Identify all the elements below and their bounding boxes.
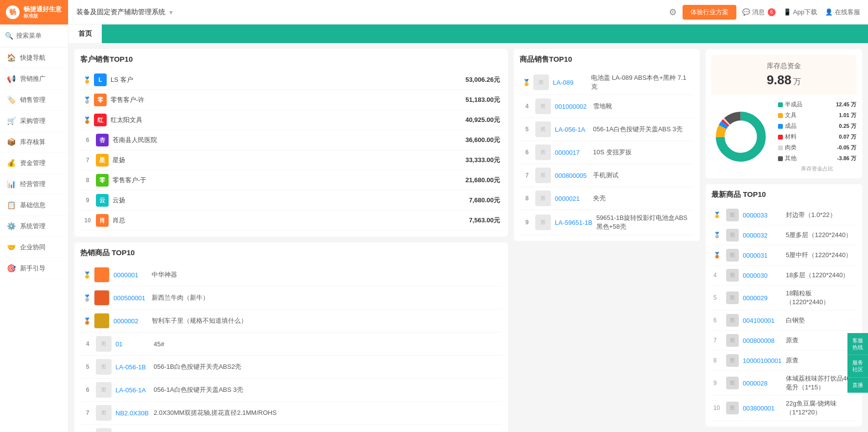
customer-ranking-title: 客户销售TOP10: [80, 55, 502, 64]
float-buttons: 客服 热线 服务 社区 直播: [847, 333, 868, 393]
sidebar-item-shortcuts[interactable]: 🏠 快捷导航: [0, 48, 68, 69]
medal-icon: 🥉: [82, 117, 92, 124]
product-thumbnail: 图: [726, 209, 739, 221]
sidebar-search-section: 🔍 搜索菜单: [0, 24, 68, 48]
topbar: 装备及固定资产辅助管理系统 ▾ ⚙ 体验行业方案 💬 消息 6 📱 App下载 …: [69, 0, 868, 24]
product-sales-list: 🥇 图 LA-089 电池盖 LA-089 ABS本色+黑种 7.1克 4 图 …: [520, 70, 694, 235]
product-thumbnail: 图: [96, 428, 112, 432]
list-item: 5 图 0000029 18颗粒板（1220*2440）: [711, 286, 856, 311]
sidebar-item-cooperation[interactable]: 🤝 企业协同: [0, 237, 68, 258]
product-sales-title: 商品销售TOP10: [520, 55, 694, 64]
avatar: 杏: [96, 134, 109, 146]
inventory-value-display: 9.88 万: [718, 72, 849, 88]
legend-item: 肉类 -0.05 万: [778, 144, 856, 152]
cooperation-icon: 🤝: [7, 243, 16, 252]
trial-button[interactable]: 体验行业方案: [683, 5, 736, 20]
right-panel: 库存总资金 9.88 万: [706, 49, 862, 432]
medal-icon: 🥇: [82, 271, 92, 279]
product-thumbnail: 图: [96, 336, 112, 352]
app-logo: 畅 畅捷通好生意 标准版: [0, 0, 68, 24]
legend-color: [778, 113, 783, 118]
sidebar-item-purchase[interactable]: 🛒 采购管理: [0, 111, 68, 132]
latest-products-card: 最新商品 TOP10 🥇 图 0000033 封边带（1.0*22） 🥈 图 0…: [706, 184, 862, 427]
list-item: 8 图 0000011 12070519-xs: [80, 425, 502, 432]
legend-item: 成品 0.25 万: [778, 122, 856, 130]
community-button[interactable]: 服务 社区: [847, 355, 868, 378]
inventory-total-section: 库存总资金 9.88 万: [711, 55, 856, 95]
customer-ranking-card: 客户销售TOP10 🥇 L LS 客户 53,006.26元 🥈 零 零售客户-…: [74, 49, 508, 237]
list-item: 🥇 图 LA-089 电池盖 LA-089 ABS本色+黑种 7.1克: [520, 70, 694, 95]
list-item: 7 星 星扬 33,333.00元: [80, 150, 502, 170]
live-button[interactable]: 直播: [847, 378, 868, 393]
medal-icon: 🥈: [82, 96, 92, 104]
sidebar-item-system[interactable]: ⚙️ 系统管理: [0, 216, 68, 237]
list-item: 9 图 LA-59651-1B 59651-1B旋转投影灯电池盒ABS黑色+58…: [520, 210, 694, 235]
logo-icon: 畅: [6, 5, 20, 19]
legend-color: [778, 124, 783, 129]
list-item: 4 图 01 45#: [80, 333, 502, 356]
customer-ranking-list: 🥇 L LS 客户 53,006.26元 🥈 零 零售客户-许 51,183.0…: [80, 70, 502, 231]
settings-icon[interactable]: ⚙: [669, 7, 677, 18]
finance-icon: 💰: [7, 159, 16, 168]
sidebar-item-operations[interactable]: 📊 经营管理: [0, 174, 68, 195]
product-thumbnail: 图: [726, 269, 739, 282]
product-thumbnail: 图: [726, 249, 739, 262]
mobile-icon: 📱: [783, 8, 791, 16]
sidebar-item-inventory[interactable]: 📦 库存核算: [0, 132, 68, 153]
legend-item: 其他 -3.86 万: [778, 154, 856, 163]
sidebar-item-sales[interactable]: 🏷️ 销售管理: [0, 90, 68, 111]
system-icon: ⚙️: [7, 222, 16, 231]
list-item: 6 杏 苍南县人民医院 36,600.00元: [80, 130, 502, 150]
online-service-button[interactable]: 👤 在线客服: [825, 8, 860, 17]
basic-info-icon: 📋: [7, 201, 16, 210]
purchase-icon: 🛒: [7, 117, 16, 125]
product-thumbnail: 图: [726, 377, 739, 389]
app-download-button[interactable]: 📱 App下载: [783, 8, 817, 17]
list-item: 5 图 LA-056-1A 056-1A白色按键开关盖ABS 3壳: [520, 118, 694, 141]
avatar: 肖: [96, 214, 109, 227]
list-item: 7 图 000800005 手机测试: [520, 164, 694, 187]
legend-color: [778, 145, 783, 150]
message-badge: 6: [768, 8, 776, 16]
messages-button[interactable]: 💬 消息 6: [742, 8, 776, 17]
hot-products-card: 热销商品 TOP10 🥇 0000001 中华神器 🥈 000500001 新西…: [74, 242, 508, 432]
product-sales-ranking-card: 商品销售TOP10 🥇 图 LA-089 电池盖 LA-089 ABS本色+黑种…: [514, 49, 700, 241]
message-icon: 💬: [742, 8, 750, 16]
list-item: 9 云 云扬 7,680.00元: [80, 191, 502, 211]
sidebar-item-marketing[interactable]: 📢 营销推广: [0, 69, 68, 90]
list-item: 4 图 0000030 18多层（1220*2440）: [711, 265, 856, 286]
list-item: 🥈 零 零售客户-许 51,183.00元: [80, 90, 502, 110]
product-thumbnail: 图: [535, 215, 551, 230]
sidebar: 畅 畅捷通好生意 标准版 🔍 搜索菜单 🏠 快捷导航 📢 营销推广 🏷️ 销售管…: [0, 0, 69, 432]
legend-color: [778, 102, 783, 107]
dropdown-arrow-icon[interactable]: ▾: [169, 8, 173, 16]
tab-home[interactable]: 首页: [69, 24, 102, 43]
list-item: 🥉 红 红太阳文具 40,925.00元: [80, 110, 502, 130]
list-item: 9 图 0000028 体城荔枝味苏打饮品400毫升（1*15）: [711, 371, 856, 396]
product-thumbnail: 图: [726, 314, 739, 327]
legend-color: [778, 135, 783, 140]
customer-service-button[interactable]: 客服 热线: [847, 333, 868, 356]
sidebar-item-basic-info[interactable]: 📋 基础信息: [0, 195, 68, 216]
avatar: L: [94, 73, 107, 86]
list-item: 6 图 LA-056-1A 056-1A白色按键开关盖ABS 3壳: [80, 379, 502, 402]
system-title: 装备及固定资产辅助管理系统 ▾: [76, 8, 663, 17]
left-panel: 客户销售TOP10 🥇 L LS 客户 53,006.26元 🥈 零 零售客户-…: [74, 49, 508, 432]
legend-color: [778, 156, 783, 161]
product-thumbnail: 图: [535, 144, 551, 160]
guide-icon: 🎯: [7, 264, 16, 273]
latest-products-list: 🥇 图 0000033 封边带（1.0*22） 🥈 图 0000032 5厘多层…: [711, 205, 856, 421]
avatar: 星: [96, 154, 109, 167]
marketing-icon: 📢: [7, 74, 16, 83]
middle-panel: 商品销售TOP10 🥇 图 LA-089 电池盖 LA-089 ABS本色+黑种…: [514, 49, 700, 432]
list-item: 8 图 10000100001 原查: [711, 351, 856, 371]
product-thumbnail: 图: [96, 359, 112, 375]
list-item: 🥈 图 0000032 5厘多层（1220*2440）: [711, 225, 856, 245]
sidebar-item-guide[interactable]: 🎯 新手引导: [0, 258, 68, 279]
product-thumbnail: 图: [726, 291, 739, 304]
search-menu-button[interactable]: 🔍 搜索菜单: [5, 29, 63, 42]
product-thumbnail: 图: [726, 354, 739, 367]
sidebar-item-finance[interactable]: 💰 资金管理: [0, 153, 68, 174]
avatar: 云: [96, 194, 109, 207]
list-item: 7 图 NB2.0X30B 2.0X30MM双搓花轴,搓花直径2.1MM/ROH…: [80, 402, 502, 425]
